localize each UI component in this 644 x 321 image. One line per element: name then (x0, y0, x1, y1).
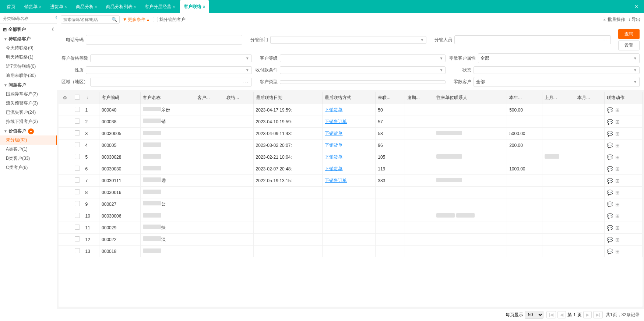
row-last-method[interactable] (323, 210, 376, 222)
select-all-checkbox[interactable] (75, 95, 80, 100)
row-actions[interactable]: 💬⊞ (604, 210, 642, 222)
row-checkbox[interactable] (72, 140, 83, 151)
grid-action-icon[interactable]: ⊞ (615, 248, 620, 254)
tab-purchase[interactable]: 进货单 × (46, 0, 71, 13)
first-page-btn[interactable]: |◀ (546, 311, 556, 318)
sidebar-item-b-class[interactable]: B类客户(33) (0, 154, 57, 163)
query-btn[interactable]: 查询 (618, 29, 640, 39)
grid-action-icon[interactable]: ⊞ (615, 166, 620, 172)
row-actions[interactable]: 💬⊞ (604, 175, 642, 187)
row-gear[interactable] (59, 222, 72, 234)
tab-customer-tier-close[interactable]: × (173, 5, 175, 9)
grid-action-icon[interactable]: ⊞ (615, 237, 620, 243)
tab-customer-tier[interactable]: 客户分层经营 × (141, 0, 179, 13)
tab-product-list[interactable]: 商品分析列表 × (102, 0, 140, 13)
chat-icon[interactable]: 💬 (607, 213, 613, 219)
sidebar-item-declining[interactable]: 持续下滑客户(2) (0, 117, 57, 126)
checkbox-column-header[interactable] (72, 92, 83, 104)
region-input[interactable]: ··· (90, 78, 252, 87)
row-gear[interactable] (59, 116, 72, 128)
tab-customer-contact[interactable]: 客户联络 × (180, 0, 209, 13)
tab-sales-close[interactable]: × (39, 5, 41, 9)
row-gear[interactable] (59, 198, 72, 210)
grid-action-icon[interactable]: ⊞ (615, 142, 620, 148)
row-last-method[interactable]: 下销售订单 (323, 116, 376, 128)
all-customers-header[interactable]: ⊞ 全部客户 《 (0, 24, 57, 34)
manager-input[interactable]: ··· (454, 35, 611, 44)
grid-action-icon[interactable]: ⊞ (615, 154, 620, 160)
batch-op-btn[interactable]: ☑ 批量操作 (602, 17, 625, 23)
window-close[interactable]: × (632, 2, 641, 11)
tab-sales[interactable]: 销货单 × (21, 0, 45, 13)
payment-input[interactable]: ▼ (280, 66, 446, 74)
prev-page-btn[interactable]: ◀ (557, 311, 566, 318)
row-gear[interactable] (59, 175, 72, 187)
grid-action-icon[interactable]: ⊞ (615, 131, 620, 137)
customer-type-input[interactable] (280, 80, 446, 84)
row-actions[interactable]: 💬⊞ (604, 234, 642, 246)
my-customers-check[interactable] (153, 17, 158, 22)
value-group-header[interactable]: ▼ 价值客户 ● (0, 126, 57, 135)
gear-column-header[interactable]: ⚙ (59, 92, 72, 104)
row-last-method[interactable]: 下销货单 (323, 104, 376, 116)
row-last-method[interactable]: 下销货单 (323, 128, 376, 140)
row-gear[interactable] (59, 151, 72, 163)
grid-action-icon[interactable]: ⊞ (615, 107, 620, 113)
price-level-input[interactable]: ▼ (90, 54, 252, 62)
row-actions[interactable]: 💬⊞ (604, 198, 642, 210)
chat-icon[interactable]: 💬 (607, 201, 613, 207)
sidebar-search-input[interactable] (3, 16, 54, 21)
row-last-method[interactable] (323, 222, 376, 234)
row-last-method[interactable]: 下销货单 (323, 151, 376, 163)
row-checkbox[interactable] (72, 151, 83, 163)
row-actions[interactable]: 💬⊞ (604, 116, 642, 128)
sidebar-item-today[interactable]: 今天待联络(0) (0, 43, 57, 53)
row-last-method[interactable] (323, 234, 376, 246)
reset-btn[interactable]: 设置 (618, 40, 640, 50)
row-last-method[interactable] (323, 198, 376, 210)
tab-product-analysis[interactable]: 商品分析 × (72, 0, 101, 13)
tab-customer-contact-close[interactable]: × (203, 5, 205, 9)
sidebar-item-abnormal[interactable]: 囤购异常客户(2) (0, 89, 57, 99)
row-checkbox[interactable] (72, 210, 83, 222)
more-conditions-btn[interactable]: ▼ 更多条件 ▲ (123, 17, 150, 23)
row-gear[interactable] (59, 234, 72, 246)
chat-icon[interactable]: 💬 (607, 131, 613, 137)
row-checkbox[interactable] (72, 222, 83, 234)
customer-level-input[interactable]: ▼ (280, 54, 446, 62)
last-page-btn[interactable]: ▶| (593, 311, 603, 318)
row-last-method[interactable] (323, 246, 376, 257)
sidebar-item-c-class[interactable]: C类客户(6) (0, 163, 57, 172)
row-actions[interactable]: 💬⊞ (604, 163, 642, 175)
sidebar-item-churn-warn[interactable]: 流失预警客户(3) (0, 99, 57, 108)
next-page-btn[interactable]: ▶ (583, 311, 592, 318)
row-gear[interactable] (59, 128, 72, 140)
row-gear[interactable] (59, 246, 72, 257)
nature-input[interactable]: ▼ (86, 66, 252, 74)
row-actions[interactable]: 💬⊞ (604, 151, 642, 163)
grid-action-icon[interactable]: ⊞ (615, 201, 620, 207)
chat-icon[interactable]: 💬 (607, 107, 613, 113)
row-gear[interactable] (59, 163, 72, 175)
row-last-method[interactable]: 下销货单 (323, 140, 376, 151)
chat-icon[interactable]: 💬 (607, 166, 613, 172)
row-actions[interactable]: 💬⊞ (604, 104, 642, 116)
problem-group-header[interactable]: ▼ 问题客户 (0, 80, 57, 89)
grid-action-icon[interactable]: ⊞ (615, 213, 620, 219)
chat-icon[interactable]: 💬 (607, 178, 613, 184)
tab-home[interactable]: 首页 (3, 0, 19, 13)
sidebar-item-churned[interactable]: 已流失客户(24) (0, 108, 57, 117)
tab-purchase-close[interactable]: × (65, 5, 67, 9)
grid-action-icon[interactable]: ⊞ (615, 178, 620, 184)
row-actions[interactable]: 💬⊞ (604, 222, 642, 234)
chat-icon[interactable]: 💬 (607, 190, 613, 195)
search-icon[interactable]: 🔍 (112, 17, 117, 22)
per-page-select[interactable]: 50 100 (525, 311, 543, 319)
chat-icon[interactable]: 💬 (607, 154, 613, 160)
search-input[interactable] (63, 17, 110, 22)
row-actions[interactable]: 💬⊞ (604, 128, 642, 140)
chat-icon[interactable]: 💬 (607, 119, 613, 125)
row-checkbox[interactable] (72, 163, 83, 175)
grid-action-icon[interactable]: ⊞ (615, 190, 620, 195)
retail-attr-input[interactable]: 全部 ▼ (478, 53, 640, 63)
